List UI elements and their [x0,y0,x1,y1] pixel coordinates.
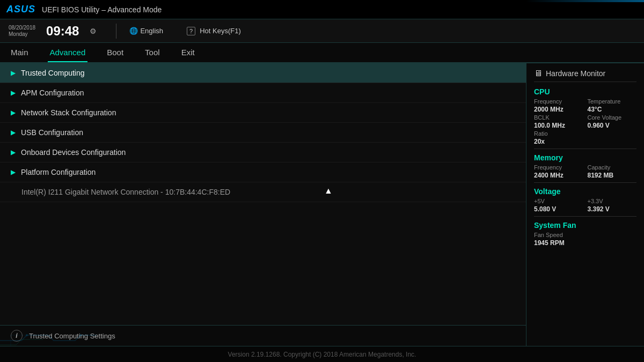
top-bar: ASUS UEFI BIOS Utility – Advanced Mode [0,0,644,19]
menu-item-label-5: Platform Configuration [21,168,96,176]
voltage-grid: +5V +3.3V 5.080 V 3.392 V [534,198,636,213]
menu-platform-configuration[interactable]: ▶ Platform Configuration [0,162,526,182]
nav-boot[interactable]: Boot [105,43,126,62]
cpu-freq-label: Frequency [534,98,583,105]
fan-section-title: System Fan [534,221,636,230]
cpu-freq-value: 2000 MHz [534,106,583,113]
main-area: ▶ Trusted Computing ▶ APM Configuration … [0,63,644,346]
cpu-corevoltage-value: 0.960 V [588,122,637,129]
cpu-temp-value: 43°C [588,106,637,113]
divider-2 [534,182,636,183]
arrow-icon-0: ▶ [11,69,16,77]
menu-item-label-2: Network Stack Configuration [21,108,116,117]
arrow-icon-2: ▶ [11,109,16,116]
menu-apm-configuration[interactable]: ▶ APM Configuration [0,83,526,103]
circuit-decoration [0,319,150,346]
language-label: English [140,27,163,35]
cpu-temp-label: Temperature [588,98,637,105]
nav-advanced[interactable]: Advanced [48,43,88,62]
clock: 09:48 [46,24,79,39]
divider-1 [534,149,636,149]
v33-value: 3.392 V [588,205,637,213]
cpu-corevoltage-label: Core Voltage [588,114,637,121]
v33-label: +3.3V [588,198,637,204]
menu-item-label-6: Intel(R) I211 Gigabit Network Connection… [21,188,230,196]
memory-grid: Frequency Capacity 2400 MHz 8192 MB [534,164,636,179]
monitor-icon: 🖥 [534,69,543,78]
mem-capacity-value: 8192 MB [588,172,637,179]
globe-icon: 🌐 [129,27,138,35]
nav-exit[interactable]: Exit [179,43,197,62]
nav-bar: Main Advanced Boot Tool Exit [0,43,644,63]
arrow-icon-3: ▶ [11,129,16,136]
mem-capacity-label: Capacity [588,164,637,171]
nav-main[interactable]: Main [9,43,31,62]
menu-item-label-0: Trusted Computing [21,69,85,77]
day: Monday [9,31,35,38]
arrow-icon-5: ▶ [11,168,16,176]
cpu-grid: Frequency Temperature 2000 MHz 43°C BCLK… [534,98,636,145]
divider-3 [534,216,636,217]
menu-trusted-computing[interactable]: ▶ Trusted Computing [0,63,526,83]
hardware-monitor-title: 🖥 Hardware Monitor [534,69,636,82]
cpu-section-title: CPU [534,87,636,96]
v5-value: 5.080 V [534,205,583,213]
footer: Version 2.19.1268. Copyright (C) 2018 Am… [0,346,644,362]
corner-decoration [526,0,644,2]
memory-section-title: Memory [534,153,636,162]
datetime: 08/20/2018 Monday [9,25,35,38]
menu-usb-configuration[interactable]: ▶ USB Configuration [0,123,526,143]
hotkeys-label: Hot Keys(F1) [200,27,241,35]
arrow-icon-1: ▶ [11,89,16,97]
fan-grid: Fan Speed 1945 RPM [534,232,636,247]
voltage-section-title: Voltage [534,187,636,196]
footer-text: Version 2.19.1268. Copyright (C) 2018 Am… [228,351,416,358]
fan-speed-value: 1945 RPM [534,239,583,247]
mem-freq-value: 2400 MHz [534,172,583,179]
date: 08/20/2018 [9,25,35,31]
v5-label: +5V [534,198,583,204]
hotkeys-button[interactable]: ? Hot Keys(F1) [187,27,241,35]
cpu-ratio-label: Ratio [534,130,583,137]
menu-item-label-1: APM Configuration [21,88,84,97]
status-bar: 08/20/2018 Monday 09:48 ⚙ 🌐 English ? Ho… [0,19,644,43]
cpu-bclk-value: 100.0 MHz [534,122,583,129]
cpu-ratio-value: 20x [534,138,583,145]
mem-freq-label: Frequency [534,164,583,171]
hotkeys-icon: ? [187,27,195,35]
left-panel: ▶ Trusted Computing ▶ APM Configuration … [0,63,526,346]
menu-network-connection[interactable]: Intel(R) I211 Gigabit Network Connection… [0,182,526,202]
fan-speed-label: Fan Speed [534,232,583,238]
right-panel: 🖥 Hardware Monitor CPU Frequency Tempera… [526,63,644,346]
language-button[interactable]: 🌐 English [129,27,163,35]
cpu-bclk-label: BCLK [534,114,583,121]
nav-tool[interactable]: Tool [143,43,162,62]
menu-onboard-devices[interactable]: ▶ Onboard Devices Configuration [0,143,526,162]
arrow-icon-4: ▶ [11,149,16,156]
menu-network-stack[interactable]: ▶ Network Stack Configuration [0,103,526,123]
svg-point-1 [79,334,82,336]
menu-item-label-4: Onboard Devices Configuration [21,148,126,157]
hw-monitor-label: Hardware Monitor [546,69,605,78]
settings-icon[interactable]: ⚙ [90,27,97,35]
title-text: UEFI BIOS Utility – Advanced Mode [42,5,162,14]
asus-logo: ASUS [6,4,35,15]
menu-item-label-3: USB Configuration [21,128,83,137]
separator [116,24,116,39]
